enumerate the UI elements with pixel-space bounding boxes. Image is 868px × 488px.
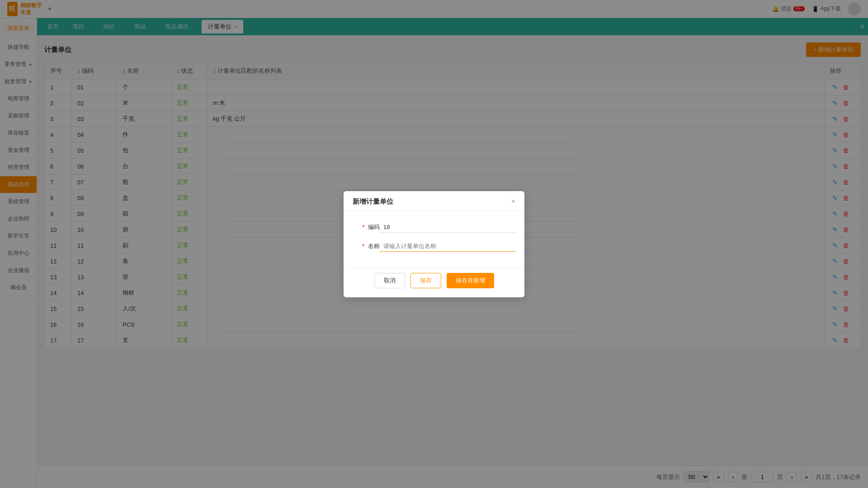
modal-overlay: 新增计量单位 × * 编码 * 名称 取消 保存 保存并新增 xyxy=(0,0,868,488)
form-row-name: * 名称 xyxy=(353,241,515,252)
save-and-new-button[interactable]: 保存并新增 xyxy=(447,273,494,288)
cancel-button[interactable]: 取消 xyxy=(374,273,405,288)
form-code-label: * 编码 xyxy=(353,223,380,231)
save-button[interactable]: 保存 xyxy=(410,273,441,288)
form-name-label: * 名称 xyxy=(353,242,380,250)
required-mark: * xyxy=(362,224,364,230)
add-unit-modal: 新增计量单位 × * 编码 * 名称 取消 保存 保存并新增 xyxy=(344,191,524,297)
modal-header: 新增计量单位 × xyxy=(344,191,524,211)
form-row-code: * 编码 xyxy=(353,222,515,233)
modal-close-btn[interactable]: × xyxy=(511,197,515,206)
modal-title: 新增计量单位 xyxy=(353,197,393,206)
modal-footer: 取消 保存 保存并新增 xyxy=(344,267,524,297)
required-mark-name: * xyxy=(362,243,364,249)
code-input[interactable] xyxy=(380,222,515,233)
name-input[interactable] xyxy=(380,241,515,252)
modal-body: * 编码 * 名称 xyxy=(344,211,524,267)
